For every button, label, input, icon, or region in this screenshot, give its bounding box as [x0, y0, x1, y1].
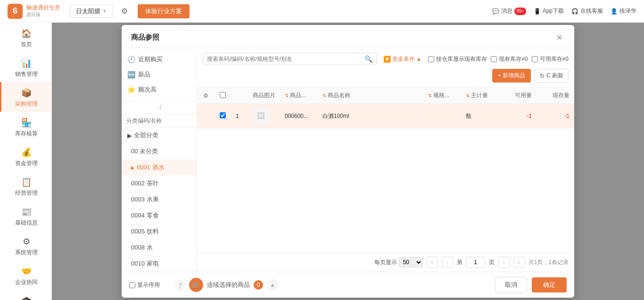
confirm-button[interactable]: 确定 [532, 277, 567, 292]
td-check[interactable] [214, 104, 231, 129]
cat-item-snack[interactable]: 0004 零食 [122, 208, 197, 224]
last-page-button[interactable]: » [513, 257, 525, 268]
show-disabled-checkbox-label[interactable]: 显示停用 [129, 281, 160, 289]
product-image-icon: 🖼 [257, 111, 265, 121]
prev-page-button[interactable]: ‹ [442, 257, 453, 268]
quick-frequent[interactable]: ⭐ 频次高 [122, 82, 197, 97]
page-size-select[interactable]: 50 100 200 [399, 257, 423, 267]
th-unit[interactable]: ⇅ 主计量 [461, 88, 499, 104]
warehouse-checkbox[interactable] [428, 56, 434, 62]
sidebar-item-label: 首页 [21, 41, 32, 49]
td-unit: 瓶 [461, 104, 499, 129]
cancel-button[interactable]: 取消 [495, 277, 527, 293]
settings-icon[interactable]: ⚙ [117, 4, 132, 19]
user-profile[interactable]: 👤 徐泽华 [611, 7, 636, 15]
cat-item-tea[interactable]: 0002 茶叶 [122, 175, 197, 192]
select-all-checkbox[interactable] [220, 92, 226, 98]
basicinfo-icon: 📰 [21, 207, 32, 217]
td-spec [423, 104, 461, 129]
cat-item-all[interactable]: ▶ 全部分类 [122, 127, 197, 143]
product-thumbnail: 🖼 [253, 108, 270, 125]
cat-item-alcohol[interactable]: ▶ 0001 酒水 [122, 159, 197, 175]
online-service-button[interactable]: 🎧 在线客服 [571, 7, 603, 15]
sidebar: 🏠 首页 📊 销售管理 📦 采购管理 🏪 库存核算 💰 资金管理 📋 经营管理 … [0, 23, 52, 300]
sort-icon: ⇅ [466, 93, 470, 98]
show-disabled-checkbox[interactable] [129, 282, 135, 288]
enterprise-icon: 🤝 [21, 266, 32, 276]
new-icon: 🆕 [127, 71, 135, 78]
quick-new[interactable]: 🆕 新品 [122, 67, 197, 82]
sidebar-item-label: 库存核算 [15, 130, 38, 138]
product-search-box: 🔍 [203, 53, 377, 65]
user-icon: 👤 [611, 8, 618, 15]
mobile-icon: 📱 [534, 8, 541, 15]
first-page-button[interactable]: « [427, 257, 438, 268]
sidebar-item-sales[interactable]: 📊 销售管理 [0, 52, 51, 82]
refresh-button[interactable]: ↻ C 刷新 [535, 69, 569, 83]
sidebar-item-home[interactable]: 🏠 首页 [0, 23, 51, 52]
category-search-input[interactable] [126, 117, 197, 124]
sidebar-item-inventory[interactable]: 🏪 库存核算 [0, 112, 51, 142]
sidebar-item-finance[interactable]: 💰 资金管理 [0, 142, 51, 171]
chevron-down-icon: ▼ [102, 8, 107, 14]
sidebar-item-guide[interactable]: 🎓 新手引导 [0, 290, 51, 300]
row-checkbox[interactable] [220, 112, 226, 118]
filter-button[interactable]: 🔽 更多条件 ▲ [380, 53, 425, 65]
sidebar-item-purchase[interactable]: 📦 采购管理 [0, 82, 51, 112]
next-page-button[interactable]: › [498, 257, 510, 268]
product-search-input[interactable] [207, 56, 363, 62]
modal-close-button[interactable]: ✕ [553, 32, 565, 43]
nonzero-checkbox[interactable] [491, 56, 497, 62]
quick-section: 🕐 近期购买 🆕 新品 ⭐ 频次高 [122, 48, 197, 101]
headset-icon: 🎧 [571, 8, 578, 15]
table-row[interactable]: 1 🖼 000600... [197, 104, 574, 129]
topnav: 6 畅捷通好生意 捷目版 日太阳膜 ▼ ⚙ 体验行业方案 💬 消息 99+ 📱 … [0, 0, 644, 23]
th-settings[interactable]: ⚙ [197, 88, 214, 104]
chevron-left-icon: 《 [156, 103, 162, 112]
td-available: -1 [499, 104, 537, 129]
th-name[interactable]: ⇅ 商品名称 [318, 88, 423, 104]
product-data-table: ⚙ 商品图片 [197, 88, 574, 129]
sales-icon: 📊 [21, 58, 32, 68]
app-download-button[interactable]: 📱 App下载 [534, 7, 564, 15]
sidebar-item-label: 系统管理 [15, 249, 38, 257]
sidebar-item-operations[interactable]: 📋 经营管理 [0, 171, 51, 201]
page-size-selector: 每页显示 50 100 200 [374, 257, 423, 267]
cat-item-water[interactable]: 0008 水 [122, 240, 197, 256]
cat-item-uncategorized[interactable]: 00 未分类 [122, 143, 197, 159]
usable-checkbox[interactable] [532, 56, 538, 62]
th-code[interactable]: ⇅ 商品... [280, 88, 318, 104]
category-collapse-button[interactable]: 《 [122, 101, 197, 114]
footer-middle: ? 🛒 连续选择的商品 0 ▲ [175, 278, 278, 292]
page-number-input[interactable] [466, 257, 485, 268]
footer-collapse-button[interactable]: ▲ [267, 279, 278, 291]
sidebar-item-label: 销售管理 [15, 70, 38, 78]
nonzero-checkbox-label[interactable]: 现有库存≠0 [491, 55, 528, 63]
page-total: 共1页，1条记录 [528, 258, 569, 267]
sidebar-item-system[interactable]: ⚙ 系统管理 [0, 231, 51, 260]
cat-item-appliance[interactable]: 0010 家电 [122, 256, 197, 272]
th-check[interactable] [214, 88, 231, 104]
product-table: ⚙ 商品图片 [197, 88, 574, 252]
sidebar-item-basicinfo[interactable]: 📰 基础信息 [0, 201, 51, 231]
cat-item-fruit[interactable]: 0003 水果 [122, 192, 197, 208]
trial-button[interactable]: 体验行业方案 [138, 4, 190, 18]
sidebar-item-enterprise[interactable]: 🤝 企业协同 [0, 260, 51, 290]
td-num: 1 [231, 104, 248, 129]
th-spec[interactable]: ⇅ 规格... [423, 88, 461, 104]
warehouse-checkbox-label[interactable]: 按仓库显示现有库存 [428, 55, 487, 63]
th-image: 商品图片 [248, 88, 280, 104]
sort-icon: ⇅ [322, 93, 326, 98]
messages-button[interactable]: 💬 消息 99+ [492, 7, 526, 15]
search-icon[interactable]: 🔍 [364, 55, 372, 63]
cat-item-beverage[interactable]: 0005 饮料 [122, 224, 197, 240]
td-name: 白酒100ml [318, 104, 423, 129]
category-panel: 🕐 近期购买 🆕 新品 ⭐ 频次高 [122, 48, 197, 272]
cart-button[interactable]: 🛒 [189, 278, 203, 292]
store-selector[interactable]: 日太阳膜 ▼ [70, 5, 113, 18]
usable-checkbox-label[interactable]: 可用库存≠0 [532, 55, 569, 63]
add-product-button[interactable]: + 新增商品 [492, 69, 531, 83]
quick-recent[interactable]: 🕐 近期购买 [122, 52, 197, 67]
product-reference-modal: 商品参照 ✕ 🕐 近期购买 🆕 [122, 25, 574, 298]
help-icon[interactable]: ? [175, 280, 185, 290]
